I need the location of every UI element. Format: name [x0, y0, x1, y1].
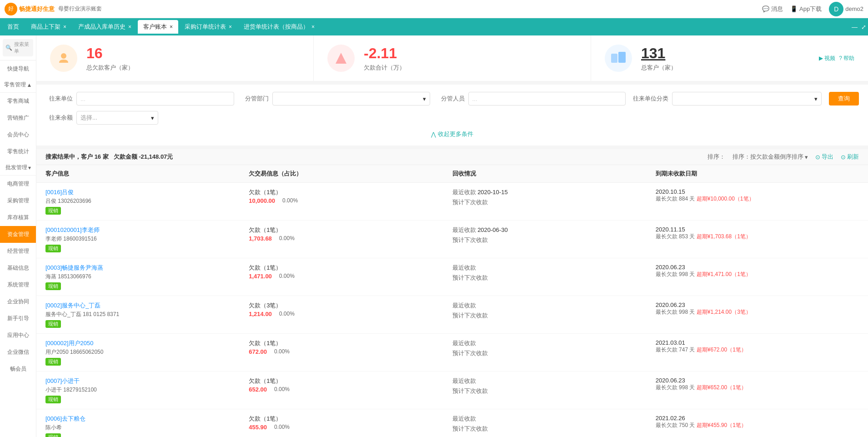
customer-info-7: [0006]去下粮仓 陈小希 现销	[45, 415, 249, 437]
overdue-amount-3[interactable]: 超期¥1,471.00（1笔）	[697, 271, 751, 277]
sidebar-item-wholesale-mgmt[interactable]: 批发管理 ▾	[0, 160, 36, 176]
debt-percent-1: 0.00%	[282, 197, 298, 204]
table-row: [0007]小进干 小进干 18279152100 现销 欠款（1笔） 652.…	[36, 372, 868, 409]
customer-tag-2: 现销	[45, 245, 61, 252]
person-input[interactable]: ...	[468, 92, 626, 105]
sidebar-item-vip-member[interactable]: 畅会员	[0, 361, 36, 377]
stat-icon-total-customers	[605, 45, 632, 72]
unit-category-select[interactable]: ▾	[672, 92, 822, 105]
table-row: [0006]去下粮仓 陈小希 现销 欠款（1笔） 455.90 0.00% 最近…	[36, 409, 868, 437]
customer-name-6[interactable]: [0007]小进干	[45, 377, 249, 385]
debt-amount-3: 1,471.00	[249, 273, 272, 280]
tab-inventory-stats[interactable]: 进货单统计表（按商品） ×	[238, 20, 320, 34]
collapse-row: ⋀ 收起更多条件	[45, 130, 859, 138]
app-download-btn[interactable]: 📱 App下载	[790, 5, 822, 13]
top-bar-right: 💬 消息 📱 App下载 D demo2	[762, 2, 863, 16]
debt-amount-4: 1,214.00	[249, 311, 272, 317]
sidebar-item-system-mgmt[interactable]: 系统管理	[0, 276, 36, 293]
sidebar-item-member-center[interactable]: 会员中心	[0, 126, 36, 143]
sidebar-item-purchase-mgmt[interactable]: 采购管理	[0, 192, 36, 209]
export-btn[interactable]: ⊙ 导出	[815, 153, 833, 161]
search-icon: 🔍	[5, 45, 12, 51]
user-menu[interactable]: D demo2	[829, 2, 863, 16]
tab-product-history-close[interactable]: ×	[128, 24, 131, 30]
customer-name-7[interactable]: [0006]去下粮仓	[45, 415, 249, 423]
sidebar-item-new-guide[interactable]: 新手引导	[0, 310, 36, 327]
collapse-btn[interactable]: ⋀ 收起更多条件	[431, 130, 473, 138]
stat-info-total-customers: 131 总客户（家）	[641, 45, 677, 72]
video-btn[interactable]: ▶ 视频	[819, 55, 835, 62]
tab-customer-account-close[interactable]: ×	[170, 24, 173, 30]
last-collection-5: 最近收款	[452, 339, 656, 347]
tab-purchase-order-close[interactable]: ×	[229, 24, 232, 30]
table-col-collection: 回收情况	[452, 170, 656, 178]
stat-card-debt-customers: 16 总欠款客户（家）	[36, 35, 314, 81]
tab-inventory-stats-close[interactable]: ×	[311, 24, 315, 30]
debt-amount-6: 652.00	[249, 386, 267, 393]
message-btn[interactable]: 💬 消息	[762, 5, 783, 13]
sidebar-item-wholesale-mgmt-label: 批发管理	[5, 164, 27, 171]
sidebar-item-retail-stats[interactable]: 零售统计	[0, 143, 36, 160]
sidebar-item-inventory-check[interactable]: 库存核算	[0, 209, 36, 226]
dept-select[interactable]: ▾	[272, 92, 430, 105]
overdue-days-5: 最长欠款 747 天 超期¥672.00（1笔）	[656, 346, 859, 354]
customer-name-5[interactable]: [000002]用户2050	[45, 339, 249, 347]
tab-customer-account[interactable]: 客户账本 ×	[138, 20, 178, 34]
sidebar-item-basic-info[interactable]: 基础信息	[0, 260, 36, 276]
brand-name: 畅捷通好生意	[19, 5, 55, 13]
tab-product-list[interactable]: 商品上下架 ×	[25, 20, 72, 34]
customer-name-3[interactable]: [0003]畅捷服务尹海蒸	[45, 264, 249, 272]
sidebar-item-marketing-label: 营销推广	[7, 115, 29, 121]
customer-info-5: [000002]用户2050 用户2050 18665062050 现销	[45, 339, 249, 366]
tab-home[interactable]: 首页	[2, 20, 25, 34]
tab-product-list-close[interactable]: ×	[63, 24, 66, 30]
overdue-amount-7[interactable]: 超期¥455.90（1笔）	[697, 422, 747, 428]
next-collection-6: 预计下次收款	[452, 387, 656, 395]
search-placeholder: 搜索菜单	[14, 41, 30, 55]
overdue-amount-2[interactable]: 超期¥1,703.68（1笔）	[697, 233, 751, 240]
balance-select[interactable]: 选择... ▾	[76, 111, 158, 125]
customer-name-1[interactable]: [0016]吕俊	[45, 188, 249, 196]
tab-bar: 首页 商品上下架 × 产成品入库单历史 × 客户账本 × 采购订单统计表 × 进…	[0, 18, 868, 35]
overdue-amount-6[interactable]: 超期¥652.00（1笔）	[697, 384, 747, 391]
customer-name-2[interactable]: [0001020001]李老师	[45, 226, 249, 234]
sidebar-item-enterprise-wechat[interactable]: 企业微信	[0, 344, 36, 361]
tab-bar-minimize[interactable]: —	[852, 24, 858, 30]
refresh-btn[interactable]: ⊙ 刷新	[841, 153, 859, 161]
sidebar-item-enterprise-collab[interactable]: 企业协同	[0, 293, 36, 310]
tab-product-history[interactable]: 产成品入库单历史 ×	[73, 20, 137, 34]
stat-card-debt-amount: -2.11 欠款合计（万）	[314, 35, 591, 81]
help-btn[interactable]: ? 帮助	[839, 55, 854, 62]
debt-info-7: 欠款（1笔） 455.90 0.00%	[249, 415, 452, 431]
sidebar-item-enterprise-wechat-label: 企业微信	[7, 349, 29, 355]
tab-customer-account-label: 客户账本	[143, 23, 167, 31]
balance-arrow-icon: ▾	[151, 115, 154, 121]
tab-bar-maximize[interactable]: ⤢	[861, 24, 866, 30]
sort-value[interactable]: 排序：按欠款金额倒序排序 ▾	[733, 153, 808, 161]
sidebar-search[interactable]: 🔍 搜索菜单	[0, 35, 36, 60]
debt-amount-2: 1,703.68	[249, 235, 272, 242]
sidebar-item-wholesale-header: 批发管理 ▾	[3, 164, 33, 171]
filter-unit-category: 往来单位分类 ▾	[633, 92, 822, 105]
sidebar-item-quick-nav[interactable]: 快捷导航	[0, 60, 36, 77]
overdue-amount-1[interactable]: 超期¥10,000.00（1笔）	[697, 196, 754, 202]
debt-count-5: 欠款（1笔）	[249, 339, 452, 347]
sidebar-item-app-center[interactable]: 应用中心	[0, 327, 36, 344]
sidebar-item-retail-mgmt[interactable]: 零售管理 ▲	[0, 77, 36, 93]
tab-purchase-order[interactable]: 采购订单统计表 ×	[179, 20, 237, 34]
sidebar-item-marketing[interactable]: 营销推广	[0, 110, 36, 126]
sidebar-item-finance-mgmt[interactable]: 资金管理	[0, 226, 36, 243]
customer-name-4[interactable]: [0002]服务中心_丁磊	[45, 301, 249, 310]
sidebar-item-finance-mgmt-label: 资金管理	[7, 231, 29, 237]
search-button[interactable]: 查询	[829, 92, 859, 105]
from-unit-input[interactable]: ...	[76, 92, 234, 105]
filter-unit-category-label: 往来单位分类	[633, 95, 668, 103]
overdue-amount-4[interactable]: 超期¥1,214.00（3笔）	[697, 309, 751, 315]
sidebar-item-retail-mall[interactable]: 零售商城	[0, 93, 36, 110]
overdue-amount-5[interactable]: 超期¥672.00（1笔）	[697, 347, 747, 353]
search-input-wrapper[interactable]: 🔍 搜索菜单	[3, 39, 33, 56]
overdue-date-5: 2021.03.01	[656, 339, 859, 346]
sidebar-item-ecommerce-mgmt[interactable]: 电商管理	[0, 176, 36, 192]
sidebar-item-operations-mgmt[interactable]: 经营管理	[0, 243, 36, 260]
next-collection-7: 预计下次收款	[452, 425, 656, 433]
